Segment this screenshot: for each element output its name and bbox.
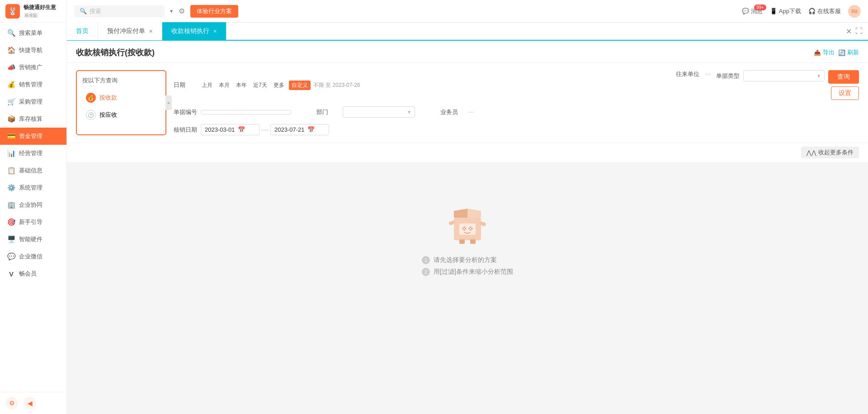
search-icon: 🔍 <box>80 8 87 14</box>
dept-select[interactable]: ▾ <box>343 106 415 118</box>
date-shortcut-7days[interactable]: 近7天 <box>251 81 269 90</box>
sidebar-item-finance[interactable]: 💳 资金管理 <box>0 128 66 145</box>
empty-illustration <box>440 202 495 247</box>
tab-collection-label: 收款核销执行 <box>171 27 209 35</box>
voucher-type-label: 单据类型 <box>716 72 740 80</box>
sidebar-item-marketing[interactable]: 📣 营销推广 <box>0 59 66 76</box>
search-placeholder: 搜索 <box>90 7 101 15</box>
sidebar-item-business[interactable]: 📊 经营管理 <box>0 145 66 162</box>
date-field: 日期 上月 本月 本年 近7天 更多 自定义 不限 至 2023-07-26 <box>174 81 360 90</box>
refresh-label: 刷新 <box>847 48 859 57</box>
header-dropdown-icon[interactable]: ▾ <box>170 8 173 14</box>
message-button[interactable]: 💬 消息 99+ <box>742 7 763 15</box>
date-shortcut-last-month[interactable]: 上月 <box>200 81 214 90</box>
collapse-more-label: 收起更多条件 <box>818 148 854 157</box>
logo-tag: 标准版 <box>24 13 38 18</box>
empty-tip-2: 2 用[过滤]条件来缩小分析范围 <box>422 268 513 276</box>
user-avatar[interactable]: Rit <box>848 5 861 18</box>
sidebar-item-label: 快捷导航 <box>19 46 42 54</box>
online-service-button[interactable]: 🎧 在线客服 <box>808 7 841 15</box>
refresh-button[interactable]: 🔄 刷新 <box>838 48 859 57</box>
settings-button[interactable]: 设置 <box>831 86 859 100</box>
sidebar-item-label: 销售管理 <box>19 81 42 89</box>
tab-close-all-icon[interactable]: ✕ <box>846 27 852 36</box>
calendar-icon[interactable]: 📅 <box>238 126 245 133</box>
date-shortcut-more[interactable]: 更多 <box>272 81 286 90</box>
sidebar-item-label: 智能硬件 <box>19 235 42 243</box>
member-icon: V <box>7 270 15 278</box>
logo-text-group: 畅捷通好生意 标准版 <box>24 4 56 19</box>
sidebar-item-hardware[interactable]: 🖥️ 智能硬件 <box>0 231 66 248</box>
export-button[interactable]: 📤 导出 <box>814 48 835 57</box>
date-shortcut-this-month[interactable]: 本月 <box>217 81 231 90</box>
tab-collection-close[interactable]: ✕ <box>213 29 217 34</box>
tab-prepay-close[interactable]: ✕ <box>149 29 153 34</box>
sidebar-item-sales[interactable]: 💰 销售管理 <box>0 76 66 93</box>
filter-row-3: 核销日期 2023-03-01 📅 — 2023-07-21 📅 <box>174 124 859 135</box>
verify-date-end-value: 2023-07-21 <box>274 126 305 133</box>
service-label: 在线客服 <box>817 7 841 15</box>
empty-tips: 1 请先选择要分析的方案 2 用[过滤]条件来缩小分析范围 <box>422 256 513 276</box>
sidebar-item-label: 资金管理 <box>19 132 42 140</box>
date-shortcut-custom[interactable]: 自定义 <box>289 81 311 90</box>
sidebar-item-wechat[interactable]: 💬 企业微信 <box>0 248 66 265</box>
logo-name: 畅捷通好生意 <box>24 4 56 11</box>
sidebar: 🐰 畅捷通好生意 标准版 🔍 搜索菜单 🏠 快捷导航 📣 营销推广 💰 销售管理… <box>0 0 67 414</box>
system-icon: ⚙️ <box>7 184 15 192</box>
collapse-more-bar: ⋀⋀ 收起更多条件 <box>67 143 868 162</box>
date-shortcut-this-year[interactable]: 本年 <box>234 81 249 90</box>
inventory-icon: 📦 <box>7 115 15 123</box>
filter-panel-collapse-btn[interactable]: « <box>165 95 172 110</box>
industry-solution-button[interactable]: 体验行业方案 <box>190 5 238 18</box>
page-header-actions: 📤 导出 🔄 刷新 <box>814 48 859 57</box>
sidebar-item-search[interactable]: 🔍 搜索菜单 <box>0 24 66 42</box>
tab-prepay[interactable]: 预付冲应付单 ✕ <box>98 22 162 40</box>
sidebar-item-label: 畅会员 <box>19 270 37 278</box>
voucher-no-field: 单据编号 <box>174 108 291 116</box>
sidebar-item-quick-nav[interactable]: 🏠 快捷导航 <box>0 42 66 59</box>
collapse-more-button[interactable]: ⋀⋀ 收起更多条件 <box>801 147 859 158</box>
verify-date-field: 核销日期 2023-03-01 📅 — 2023-07-21 📅 <box>174 124 329 135</box>
voucher-no-input[interactable] <box>201 110 291 114</box>
verify-date-end-input[interactable]: 2023-07-21 📅 <box>270 124 329 135</box>
sidebar-item-system[interactable]: ⚙️ 系统管理 <box>0 179 66 196</box>
sidebar-item-inventory[interactable]: 📦 库存核算 <box>0 110 66 128</box>
sidebar-item-label: 企业协同 <box>19 201 42 209</box>
staff-dots[interactable]: ··· <box>467 108 476 116</box>
filter-option-by-receivable[interactable]: 🕐 按应收 <box>82 107 160 123</box>
app-download-button[interactable]: 📱 App下载 <box>770 7 801 15</box>
sidebar-item-guide[interactable]: 🎯 新手引导 <box>0 214 66 231</box>
header-search-bar[interactable]: 🔍 搜索 <box>74 5 165 17</box>
sidebar-item-basic[interactable]: 📋 基础信息 <box>0 162 66 179</box>
calendar-icon[interactable]: 📅 <box>307 126 315 133</box>
voucher-type-select[interactable]: ▾ <box>743 70 825 81</box>
sidebar-item-purchase[interactable]: 🛒 采购管理 <box>0 93 66 110</box>
filter-option-by-collection[interactable]: 💰 按收款 <box>82 90 160 105</box>
export-label: 导出 <box>823 48 835 57</box>
sidebar-collapse-button[interactable]: ◀ <box>24 397 36 409</box>
verify-date-start-input[interactable]: 2023-03-01 📅 <box>201 124 259 135</box>
filter-panel-title: 按以下方查询 <box>82 76 160 85</box>
home-icon: 🏠 <box>7 46 15 54</box>
partner-field: 往来单位 ··· <box>676 70 712 78</box>
sidebar-item-member[interactable]: V 畅会员 <box>0 265 66 282</box>
chevron-up-icon: ⋀⋀ <box>807 149 816 156</box>
date-range-text: 不限 至 2023-07-26 <box>313 81 360 89</box>
tab-bar-actions: ✕ ⛶ <box>846 27 868 36</box>
header-settings-icon[interactable]: ⚙ <box>179 7 185 15</box>
sidebar-item-enterprise[interactable]: 🏢 企业协同 <box>0 196 66 214</box>
partner-dots[interactable]: ··· <box>703 70 712 78</box>
tab-collection[interactable]: 收款核销执行 ✕ <box>162 22 226 40</box>
partner-label: 往来单位 <box>676 70 699 78</box>
query-button[interactable]: 查询 <box>828 70 859 84</box>
page-header: 收款核销执行(按收款) 📤 导出 🔄 刷新 <box>67 41 868 63</box>
filter-right-panel: 日期 上月 本月 本年 近7天 更多 自定义 不限 至 2023-07-26 <box>174 70 859 135</box>
sidebar-item-label: 基础信息 <box>19 167 42 175</box>
filter-left-panel: 按以下方查询 💰 按收款 🕐 按应收 « <box>76 70 166 135</box>
sidebar-settings-button[interactable]: ⚙ <box>5 397 18 409</box>
tab-home[interactable]: 首页 <box>67 22 98 40</box>
tab-expand-icon[interactable]: ⛶ <box>855 27 863 35</box>
sidebar-item-label: 系统管理 <box>19 184 42 192</box>
hardware-icon: 🖥️ <box>7 235 15 243</box>
dept-field: 部门 ▾ <box>316 106 415 118</box>
